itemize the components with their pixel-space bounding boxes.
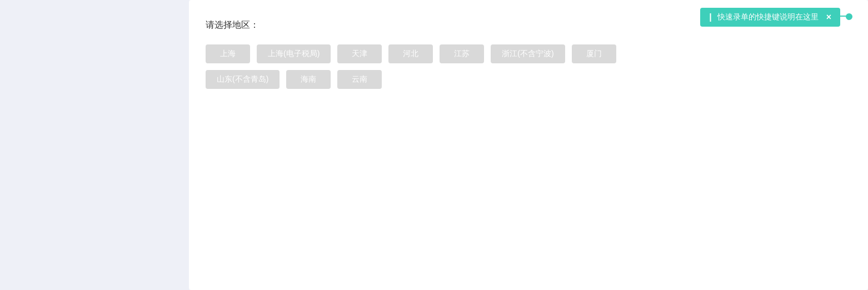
region-btn-tianjin[interactable]: 天津 xyxy=(337,44,382,63)
region-btn-hainan[interactable]: 海南 xyxy=(286,70,331,89)
region-btn-shanghai[interactable]: 上海 xyxy=(206,44,250,63)
region-btn-xiamen[interactable]: 厦门 xyxy=(572,44,616,63)
sidebar xyxy=(0,0,189,290)
region-btn-jiangsu[interactable]: 江苏 xyxy=(440,44,484,63)
tooltip-dot xyxy=(846,13,852,20)
tooltip-close-button[interactable]: × xyxy=(826,12,831,22)
region-btn-zhejiang[interactable]: 浙江(不含宁波) xyxy=(491,44,565,63)
tooltip-text: 快速录单的快捷键说明在这里 xyxy=(717,12,819,22)
region-btn-hebei[interactable]: 河北 xyxy=(388,44,433,63)
region-btn-shanghai-etax[interactable]: 上海(电子税局) xyxy=(257,44,331,63)
tooltip-bar: 快速录单的快捷键说明在这里 × xyxy=(700,8,840,27)
main-content: 请选择地区： 上海上海(电子税局)天津河北江苏浙江(不含宁波)厦门 山东(不含青… xyxy=(189,0,868,290)
region-btn-shandong[interactable]: 山东(不含青岛) xyxy=(206,70,280,89)
region-buttons-row-1: 上海上海(电子税局)天津河北江苏浙江(不含宁波)厦门 xyxy=(206,44,851,63)
region-buttons-row-2: 山东(不含青岛)海南云南 xyxy=(206,70,851,89)
region-btn-yunnan[interactable]: 云南 xyxy=(337,70,382,89)
